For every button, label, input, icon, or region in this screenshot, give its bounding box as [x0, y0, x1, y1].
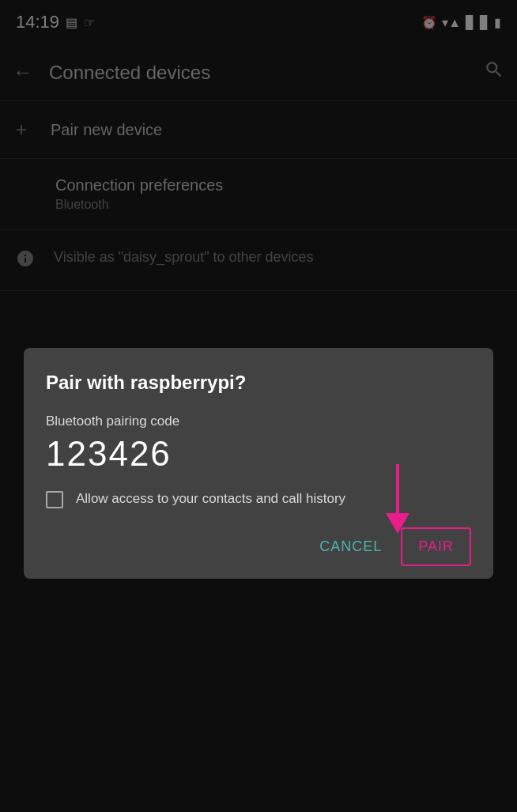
pair-dialog: Pair with raspberrypi? Bluetooth pairing…: [24, 348, 493, 579]
arrow-annotation: [378, 464, 417, 538]
svg-marker-1: [386, 513, 409, 534]
dialog-code-label: Bluetooth pairing code: [46, 414, 471, 429]
contacts-access-checkbox[interactable]: [46, 491, 63, 508]
dialog-title: Pair with raspberrypi?: [46, 370, 471, 395]
checkbox-label: Allow access to your contacts and call h…: [76, 489, 345, 508]
dialog-buttons: CANCEL PAIR: [46, 527, 471, 566]
pair-button-container: PAIR: [401, 527, 471, 566]
